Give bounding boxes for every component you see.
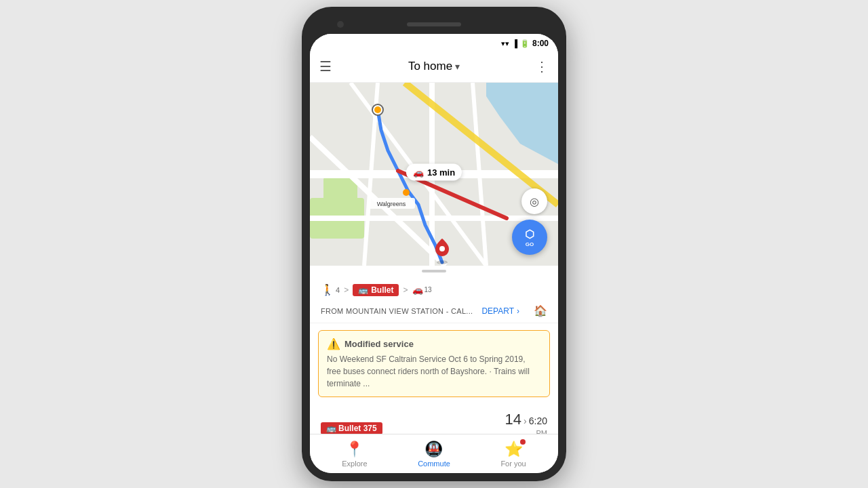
alert-body: No Weekend SF Caltrain Service Oct 6 to … xyxy=(327,353,541,390)
svg-point-17 xyxy=(437,260,448,264)
station-text: FROM MOUNTAIN VIEW STATION - CAL... xyxy=(321,307,473,315)
train-time-section: 14 › 6:20PM min xyxy=(505,411,547,434)
phone-speaker xyxy=(407,22,461,26)
more-options-icon[interactable]: ⋮ xyxy=(528,58,549,75)
signal-icon: ▐ xyxy=(512,39,517,47)
go-label: GO xyxy=(526,241,534,247)
svg-point-15 xyxy=(374,106,381,113)
app-bar: ☰ To home ▾ ⋮ xyxy=(310,50,558,83)
route-icons-row: 🚶 4 > 🚌 Bullet > 🚗 13 xyxy=(310,278,558,300)
alert-box: ⚠️ Modified service No Weekend SF Caltra… xyxy=(318,330,550,397)
svg-text:Walgreens: Walgreens xyxy=(377,201,406,207)
phone-top-bar xyxy=(310,15,558,34)
train-card[interactable]: 🚌 Bullet 375 14 › 6:20PM min xyxy=(310,404,558,434)
train-duration-arrow: › xyxy=(524,415,527,426)
bottom-nav: 📍 Explore 🚇 Commute ⭐ For you xyxy=(310,434,558,473)
foryou-badge xyxy=(520,439,526,445)
depart-arrow-icon: › xyxy=(517,306,519,316)
drag-handle[interactable] xyxy=(422,270,446,272)
bullet-badge: 🚌 Bullet xyxy=(353,284,399,296)
commute-icon: 🚇 xyxy=(425,441,443,458)
status-icons: ▾▾ ▐ 🔋 8:00 xyxy=(501,39,549,48)
route-arrow-1: > xyxy=(344,285,349,295)
train-card-badge-label: Bullet 375 xyxy=(338,424,377,433)
nav-item-foryou[interactable]: ⭐ For you xyxy=(492,438,534,470)
train-card-icon: 🚌 xyxy=(326,424,336,433)
location-button[interactable]: ◎ xyxy=(521,188,547,214)
walk-number: 4 xyxy=(336,286,340,294)
svg-rect-3 xyxy=(323,178,357,205)
alert-header: ⚠️ Modified service xyxy=(327,338,541,350)
dropdown-icon: ▾ xyxy=(455,61,460,72)
nav-item-explore[interactable]: 📍 Explore xyxy=(334,438,375,470)
car-icon: 🚗 xyxy=(413,167,424,178)
car-number: 13 xyxy=(425,286,432,293)
train-card-badge: 🚌 Bullet 375 xyxy=(321,422,382,434)
bullet-label: Bullet xyxy=(371,285,393,295)
go-button[interactable]: ⬡ GO xyxy=(512,220,547,255)
walk-icon-group: 🚶 4 xyxy=(321,283,340,296)
alert-warning-icon: ⚠️ xyxy=(327,338,340,350)
walk-icon: 🚶 xyxy=(321,283,334,296)
depart-button[interactable]: DEPART › xyxy=(481,306,519,316)
foryou-icon-wrapper: ⭐ xyxy=(505,441,523,458)
route-arrow-2: > xyxy=(403,285,408,295)
nav-label-explore: Explore xyxy=(342,460,367,468)
status-time: 8:00 xyxy=(532,39,549,48)
nav-label-commute: Commute xyxy=(418,460,450,468)
train-icon: 🚌 xyxy=(358,285,368,295)
nav-item-commute[interactable]: 🚇 Commute xyxy=(410,438,458,470)
station-row: FROM MOUNTAIN VIEW STATION - CAL... DEPA… xyxy=(310,300,558,323)
map-area: Walgreens 82 🚗 13 min ◎ ⬡ GO xyxy=(310,83,558,266)
app-title[interactable]: To home ▾ xyxy=(340,60,528,73)
car-route-group: 🚗 13 xyxy=(412,285,432,295)
menu-icon[interactable]: ☰ xyxy=(319,58,340,75)
battery-icon: 🔋 xyxy=(520,39,530,48)
route-panel: 🚶 4 > 🚌 Bullet > 🚗 13 FROM MOUNTAIN VIEW… xyxy=(310,266,558,434)
destination-title: To home xyxy=(408,60,452,73)
train-duration-min: 14 xyxy=(505,411,521,428)
wifi-icon: ▾▾ xyxy=(501,39,509,48)
svg-point-16 xyxy=(403,189,410,196)
svg-point-18 xyxy=(439,246,445,251)
car-route-icon: 🚗 xyxy=(412,285,423,295)
phone-screen: ▾▾ ▐ 🔋 8:00 ☰ To home ▾ ⋮ xyxy=(310,34,558,473)
location-crosshair-icon: ◎ xyxy=(530,195,539,208)
home-icon[interactable]: 🏠 xyxy=(534,304,547,317)
nav-label-foryou: For you xyxy=(500,460,526,468)
phone-device: ▾▾ ▐ 🔋 8:00 ☰ To home ▾ ⋮ xyxy=(302,7,566,481)
go-navigation-icon: ⬡ xyxy=(525,228,534,241)
time-badge: 🚗 13 min xyxy=(406,164,462,181)
depart-label: DEPART xyxy=(481,306,514,316)
alert-title: Modified service xyxy=(344,339,414,349)
phone-camera xyxy=(337,21,344,28)
status-bar: ▾▾ ▐ 🔋 8:00 xyxy=(310,34,558,50)
explore-icon: 📍 xyxy=(345,441,363,458)
train-arrival-time: 6:20PM xyxy=(529,415,547,434)
time-badge-text: 13 min xyxy=(427,167,455,178)
